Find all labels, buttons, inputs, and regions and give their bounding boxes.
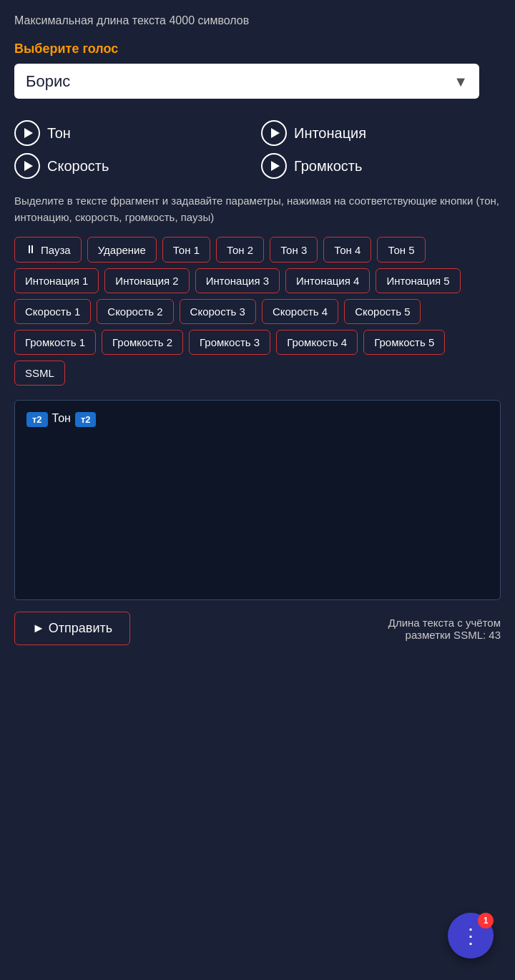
speed-label: Скорость — [47, 158, 109, 175]
tone-control[interactable]: Тон — [14, 120, 254, 146]
vol1-button[interactable]: Громкость 1 — [14, 330, 96, 355]
speed-play-icon[interactable] — [14, 153, 40, 179]
tone-play-icon[interactable] — [14, 120, 40, 146]
vol3-button[interactable]: Громкость 3 — [189, 330, 270, 355]
volume-label: Громкость — [294, 158, 362, 175]
tag-badge-2: т2 — [75, 412, 97, 427]
accent-button[interactable]: Ударение — [87, 237, 157, 263]
ssml-button[interactable]: SSML — [14, 361, 65, 386]
intonation-control[interactable]: Интонация — [261, 120, 501, 146]
fab-badge: 1 — [478, 913, 494, 928]
speed3-button[interactable]: Скорость 3 — [180, 299, 256, 324]
inton3-button[interactable]: Интонация 3 — [195, 268, 280, 293]
char-count-line1: Длина текста с учётом — [388, 617, 501, 629]
ton3-button[interactable]: Тон 3 — [270, 237, 318, 263]
volume-control[interactable]: Громкость — [261, 153, 501, 179]
voice-select-wrapper: БорисАлександрЕленаМария ▼ — [14, 64, 479, 99]
char-count: Длина текста с учётом разметки SSML: 43 — [388, 617, 501, 641]
ton5-button[interactable]: Тон 5 — [377, 237, 425, 263]
send-button[interactable]: ► Отправить — [14, 612, 130, 645]
controls-grid: Тон Интонация Скорость Громкость — [14, 120, 501, 179]
description-text: Выделите в тексте фрагмент и задавайте п… — [14, 193, 501, 225]
pause-label: Пауза — [41, 244, 71, 256]
voice-label: Выберите голос — [14, 41, 501, 57]
ton2-button[interactable]: Тон 2 — [216, 237, 264, 263]
tone-label: Тон — [47, 125, 71, 142]
editor-tone-text: Тон — [52, 412, 71, 425]
bottom-bar: ► Отправить Длина текста с учётом размет… — [14, 612, 501, 645]
voice-select[interactable]: БорисАлександрЕленаМария — [14, 64, 479, 99]
speed5-button[interactable]: Скорость 5 — [344, 299, 421, 324]
inton1-button[interactable]: Интонация 1 — [14, 268, 99, 293]
speed4-button[interactable]: Скорость 4 — [262, 299, 338, 324]
voice-section: Выберите голос БорисАлександрЕленаМария … — [14, 41, 501, 99]
vol2-button[interactable]: Громкость 2 — [102, 330, 183, 355]
speed1-button[interactable]: Скорость 1 — [14, 299, 91, 324]
volume-play-icon[interactable] — [261, 153, 287, 179]
pause-button[interactable]: ⏸ Пауза — [14, 237, 82, 263]
vol5-button[interactable]: Громкость 5 — [363, 330, 445, 355]
tag-badge-1: т2 — [26, 412, 48, 427]
intonation-label: Интонация — [294, 125, 366, 142]
ton1-button[interactable]: Тон 1 — [162, 237, 210, 263]
inton5-button[interactable]: Интонация 5 — [376, 268, 460, 293]
ton4-button[interactable]: Тон 4 — [323, 237, 371, 263]
chat-fab[interactable]: ⋮ 1 — [448, 913, 494, 959]
inton4-button[interactable]: Интонация 4 — [285, 268, 370, 293]
intonation-play-icon[interactable] — [261, 120, 287, 146]
buttons-section: ⏸ Пауза Ударение Тон 1 Тон 2 Тон 3 Тон 4… — [14, 237, 501, 386]
char-count-line2: разметки SSML: 43 — [406, 629, 501, 641]
text-editor-area[interactable]: т2 Тон т2 — [14, 400, 501, 600]
vol4-button[interactable]: Громкость 4 — [276, 330, 358, 355]
speed2-button[interactable]: Скорость 2 — [97, 299, 173, 324]
speed-control[interactable]: Скорость — [14, 153, 254, 179]
max-length-text: Максимальная длина текста 4000 символов — [14, 14, 501, 27]
chat-fab-icon: ⋮ — [461, 924, 481, 948]
editor-content: т2 Тон т2 — [26, 412, 489, 427]
pause-icon: ⏸ — [25, 243, 36, 256]
inton2-button[interactable]: Интонация 2 — [104, 268, 189, 293]
